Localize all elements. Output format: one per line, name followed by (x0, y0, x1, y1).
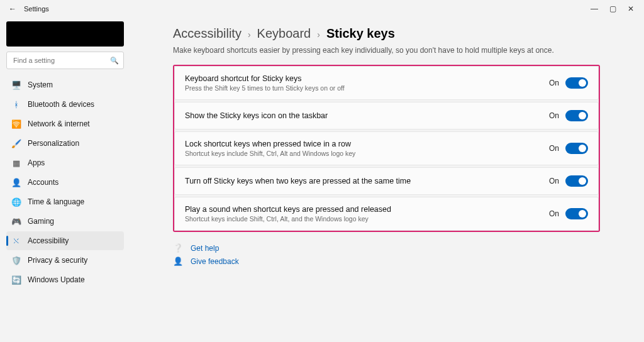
setting-desc: Press the Shift key 5 times to turn Stic… (185, 84, 345, 92)
search-icon: 🔍 (110, 57, 119, 65)
feedback-icon: 👤 (173, 256, 183, 266)
setting-row: Keyboard shortcut for Sticky keysPress t… (174, 66, 599, 100)
get-help-link[interactable]: ❔ Get help (173, 243, 600, 253)
setting-row: Turn off Sticky keys when two keys are p… (174, 167, 599, 195)
breadcrumb: Accessibility › Keyboard › Sticky keys (173, 26, 600, 41)
sidebar-item-windows-update[interactable]: 🔄Windows Update (6, 270, 124, 289)
window-controls: — ▢ ✕ (591, 4, 640, 13)
nav-icon: 🛡️ (11, 255, 21, 265)
nav-label: Privacy & security (28, 256, 87, 265)
help-icon: ❔ (173, 243, 183, 253)
toggle-state: On (549, 177, 559, 185)
footer-links: ❔ Get help 👤 Give feedback (173, 243, 600, 266)
nav-label: Time & language (28, 197, 84, 206)
nav-icon: 🌐 (11, 197, 21, 207)
titlebar: ← Settings — ▢ ✕ (0, 0, 644, 18)
sidebar-item-apps[interactable]: ▦Apps (6, 153, 124, 172)
setting-title: Lock shortcut keys when pressed twice in… (185, 140, 355, 148)
toggle-switch[interactable] (565, 77, 588, 89)
nav-icon: ᚼ (11, 99, 21, 109)
nav-label: Apps (28, 158, 45, 167)
page-title: Sticky keys (326, 26, 395, 41)
sidebar-item-accessibility[interactable]: ⛌Accessibility (6, 231, 124, 250)
nav-icon: 🛜 (11, 119, 21, 129)
give-feedback-link[interactable]: 👤 Give feedback (173, 256, 600, 266)
setting-desc: Shortcut keys include Shift, Ctrl, Alt, … (185, 215, 391, 223)
toggle-state: On (549, 79, 559, 87)
toggle-switch[interactable] (565, 175, 588, 187)
sidebar-item-accounts[interactable]: 👤Accounts (6, 173, 124, 192)
nav-icon: 🖥️ (11, 80, 21, 90)
setting-row: Show the Sticky keys icon on the taskbar… (174, 102, 599, 130)
minimize-button[interactable]: — (591, 4, 598, 13)
sidebar-item-bluetooth-devices[interactable]: ᚼBluetooth & devices (6, 95, 124, 114)
crumb-keyboard[interactable]: Keyboard (257, 26, 311, 41)
toggle-state: On (549, 209, 559, 218)
nav-label: Accessibility (28, 236, 69, 245)
toggle-state: On (549, 144, 559, 153)
maximize-button[interactable]: ▢ (609, 4, 616, 13)
nav-label: Network & internet (28, 119, 90, 128)
toggle-switch[interactable] (565, 208, 588, 219)
chevron-right-icon: › (317, 30, 320, 40)
app-title: Settings (24, 5, 49, 13)
chevron-right-icon: › (248, 30, 251, 40)
get-help-label: Get help (191, 244, 219, 253)
close-button[interactable]: ✕ (628, 4, 634, 13)
account-box[interactable] (6, 21, 124, 47)
toggle-switch[interactable] (565, 143, 588, 154)
nav-icon: 🔄 (11, 275, 21, 285)
setting-row: Play a sound when shortcut keys are pres… (174, 197, 599, 231)
setting-title: Play a sound when shortcut keys are pres… (185, 205, 391, 214)
nav-icon: ⛌ (11, 236, 21, 246)
sidebar-item-privacy-security[interactable]: 🛡️Privacy & security (6, 251, 124, 270)
main: Accessibility › Keyboard › Sticky keys M… (129, 18, 644, 342)
sidebar-item-time-language[interactable]: 🌐Time & language (6, 192, 124, 211)
toggle-state: On (549, 111, 559, 120)
setting-title: Show the Sticky keys icon on the taskbar (185, 111, 328, 120)
sidebar-item-personalization[interactable]: 🖌️Personalization (6, 134, 124, 153)
nav-label: Accounts (28, 178, 58, 187)
nav-icon: ▦ (11, 158, 21, 168)
sidebar-item-system[interactable]: 🖥️System (6, 75, 124, 94)
sidebar: 🔍 🖥️SystemᚼBluetooth & devices🛜Network &… (0, 18, 129, 342)
nav: 🖥️SystemᚼBluetooth & devices🛜Network & i… (6, 75, 124, 289)
setting-desc: Shortcut keys include Shift, Ctrl, Alt a… (185, 150, 355, 157)
page-subtitle: Make keyboard shortcuts easier by pressi… (173, 46, 600, 55)
search-wrap: 🔍 (6, 52, 124, 69)
setting-title: Turn off Sticky keys when two keys are p… (185, 177, 411, 185)
setting-title: Keyboard shortcut for Sticky keys (185, 74, 345, 83)
nav-icon: 🖌️ (11, 138, 21, 148)
nav-label: Windows Update (28, 275, 85, 284)
sidebar-item-gaming[interactable]: 🎮Gaming (6, 212, 124, 231)
toggle-switch[interactable] (565, 110, 588, 121)
nav-icon: 👤 (11, 177, 21, 187)
back-button[interactable]: ← (9, 4, 16, 13)
nav-icon: 🎮 (11, 216, 21, 226)
crumb-accessibility[interactable]: Accessibility (173, 26, 242, 41)
setting-row: Lock shortcut keys when pressed twice in… (174, 131, 599, 165)
nav-label: System (28, 80, 53, 89)
nav-label: Gaming (28, 217, 54, 226)
settings-group: Keyboard shortcut for Sticky keysPress t… (173, 65, 600, 232)
nav-label: Personalization (28, 139, 79, 148)
search-input[interactable] (6, 52, 124, 69)
give-feedback-label: Give feedback (191, 257, 239, 266)
nav-label: Bluetooth & devices (28, 100, 94, 109)
sidebar-item-network-internet[interactable]: 🛜Network & internet (6, 114, 124, 133)
